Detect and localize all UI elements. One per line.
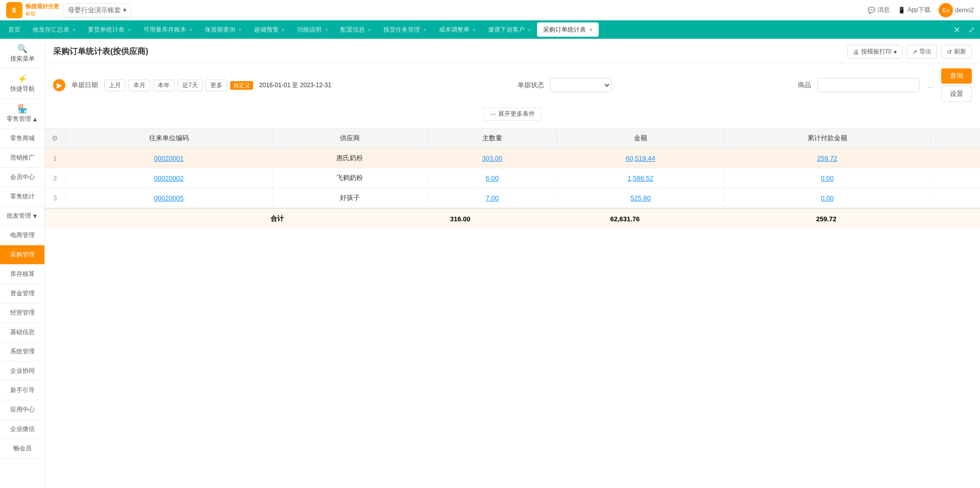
nav-tabs-controls: ✕ ⤢ xyxy=(950,24,978,36)
top-bar-left: 6 畅捷通好生意 标版 母婴行业演示账套 ▾ xyxy=(6,2,131,18)
tab-配置信息[interactable]: 配置信息 × xyxy=(334,22,377,37)
row-paid[interactable]: 0.00 xyxy=(724,168,931,188)
row-paid[interactable]: 259.72 xyxy=(724,148,931,168)
date-more-btn[interactable]: 更多 xyxy=(206,80,227,91)
close-icon[interactable]: × xyxy=(325,27,328,33)
tab-可用量库存账本[interactable]: 可用量库存账本 × xyxy=(137,22,199,37)
workspace-selector[interactable]: 母婴行业演示账套 ▾ xyxy=(63,3,131,17)
settings-button[interactable]: 设置 xyxy=(941,86,972,102)
close-icon[interactable]: × xyxy=(528,27,531,33)
row-paid[interactable]: 0.00 xyxy=(724,188,931,208)
row-amount[interactable]: 525.80 xyxy=(557,188,724,208)
tab-邀请下游客户[interactable]: 邀请下游客户 × xyxy=(482,22,537,37)
close-icon[interactable]: × xyxy=(72,27,76,33)
row-code[interactable]: 00020005 xyxy=(65,188,273,208)
filter-expand-row: ⋯ 展开更多条件 xyxy=(53,105,972,123)
col-amount: 金额 xyxy=(557,129,724,148)
close-icon[interactable]: × xyxy=(589,27,592,33)
close-icon[interactable]: × xyxy=(189,27,192,33)
date-7days-btn[interactable]: 近7天 xyxy=(178,80,203,91)
sidebar-item-ecommerce[interactable]: 电商管理 xyxy=(0,226,44,245)
refresh-button[interactable]: ↺ 刷新 xyxy=(941,45,972,59)
sidebar-item-wholesale[interactable]: 批发管理 ▼ xyxy=(0,207,44,226)
row-extra xyxy=(931,188,981,208)
row-code[interactable]: 00020002 xyxy=(65,168,273,188)
close-icon[interactable]: × xyxy=(128,27,131,33)
main-layout: 🔍 搜索菜单 ⚡ 快捷导航 🏪 零售管理 ▲ 零售商城 营销推广 会员中心 零售… xyxy=(0,39,980,488)
table-row: 1 00020001 惠氏奶粉 303.00 60,519.44 259.72 xyxy=(45,148,980,168)
sidebar-item-retail-mgmt[interactable]: 🏪 零售管理 ▲ xyxy=(0,99,44,129)
user-area[interactable]: Ea demo2 xyxy=(939,3,974,17)
row-amount[interactable]: 1,586.52 xyxy=(557,168,724,188)
maximize-tab-button[interactable]: ⤢ xyxy=(965,24,978,36)
row-qty[interactable]: 6.00 xyxy=(427,168,557,188)
expand-more-button[interactable]: ⋯ 展开更多条件 xyxy=(483,107,542,121)
logo-area: 6 畅捷通好生意 标版 xyxy=(6,2,59,18)
tab-功能说明[interactable]: 功能说明 × xyxy=(291,22,334,37)
tab-要货单统计表[interactable]: 要货单统计表 × xyxy=(82,22,137,37)
sidebar-item-retail-store[interactable]: 零售商城 xyxy=(0,129,44,148)
sidebar: 🔍 搜索菜单 ⚡ 快捷导航 🏪 零售管理 ▲ 零售商城 营销推广 会员中心 零售… xyxy=(0,39,45,488)
tab-home[interactable]: 首页 xyxy=(2,22,27,37)
close-tab-button[interactable]: ✕ xyxy=(950,24,963,36)
tab-超储预警[interactable]: 超储预警 × xyxy=(248,22,291,37)
export-button[interactable]: ↗ 导出 xyxy=(906,45,937,59)
date-last-month-btn[interactable]: 上月 xyxy=(104,80,126,91)
more-filter-icon[interactable]: ... xyxy=(925,82,935,89)
custom-date-badge: 自定义 xyxy=(230,81,253,90)
message-action[interactable]: 💬 消息 xyxy=(868,6,890,14)
avatar: Ea xyxy=(939,3,953,17)
table-area: ⚙ 往来单位编码 供应商 主数量 金额 累计付款金额 1 00020001 xyxy=(45,129,980,228)
sidebar-item-enterprise-collab[interactable]: 企业协同 xyxy=(0,362,44,381)
status-select[interactable] xyxy=(550,78,611,92)
logo-text: 畅捷通好生意 标版 xyxy=(26,3,59,17)
footer-empty3 xyxy=(936,209,980,228)
tab-保质期查询[interactable]: 保质期查询 × xyxy=(199,22,248,37)
footer-qty: 316.00 xyxy=(387,209,533,228)
sidebar-item-operations[interactable]: 经营管理 xyxy=(0,303,44,323)
table-row: 2 00020002 飞鹤奶粉 6.00 1,586.52 0.00 xyxy=(45,168,980,188)
date-this-year-btn[interactable]: 本年 xyxy=(153,80,175,91)
row-index: 1 xyxy=(45,148,65,168)
date-this-month-btn[interactable]: 本月 xyxy=(129,80,150,91)
close-icon[interactable]: × xyxy=(368,27,371,33)
sidebar-item-membership[interactable]: 会员中心 xyxy=(0,168,44,187)
sidebar-item-member[interactable]: 畅会员 xyxy=(0,439,44,458)
template-print-button[interactable]: 🖨 按模板打印 ▾ xyxy=(847,45,902,59)
row-amount[interactable]: 60,519.44 xyxy=(557,148,724,168)
close-icon[interactable]: × xyxy=(238,27,241,33)
tab-收发存汇总表[interactable]: 收发存汇总表 × xyxy=(27,22,82,37)
sidebar-item-inventory[interactable]: 库存核算 xyxy=(0,265,44,284)
close-icon[interactable]: × xyxy=(423,27,426,33)
sidebar-item-search[interactable]: 🔍 搜索菜单 xyxy=(0,39,44,69)
sidebar-item-basic-info[interactable]: 基础信息 xyxy=(0,323,44,342)
row-code[interactable]: 00020001 xyxy=(65,148,273,168)
sidebar-item-new-guide[interactable]: 新手引导 xyxy=(0,381,44,400)
row-qty[interactable]: 7.00 xyxy=(427,188,557,208)
table-row: 3 00020005 好孩子 7.00 525.80 0.00 xyxy=(45,188,980,208)
sidebar-item-wechat[interactable]: 企业微信 xyxy=(0,420,44,439)
close-icon[interactable]: × xyxy=(282,27,285,33)
tab-采购订单统计表[interactable]: 采购订单统计表 × xyxy=(537,22,598,37)
close-icon[interactable]: × xyxy=(473,27,476,33)
app-download-action[interactable]: 📱 App下载 xyxy=(898,6,930,14)
filter-toggle-button[interactable]: ▶ xyxy=(53,79,65,91)
column-settings-icon[interactable]: ⚙ xyxy=(52,134,58,142)
table-footer: 合计 316.00 62,631.76 259.72 xyxy=(45,209,980,228)
sidebar-item-quicknav[interactable]: ⚡ 快捷导航 xyxy=(0,69,44,99)
sidebar-item-purchase[interactable]: 采购管理 xyxy=(0,245,44,265)
sidebar-item-marketing[interactable]: 营销推广 xyxy=(0,148,44,168)
tab-成本调整单[interactable]: 成本调整单 × xyxy=(433,22,482,37)
query-button[interactable]: 查询 xyxy=(941,68,972,84)
page-title: 采购订单统计表(按供应商) xyxy=(53,46,149,57)
sidebar-item-system[interactable]: 系统管理 xyxy=(0,342,44,362)
tab-拣货任务管理[interactable]: 拣货任务管理 × xyxy=(377,22,432,37)
filter-area: ▶ 单据日期 上月 本月 本年 近7天 更多 自定义 2016-01-01 至 … xyxy=(45,63,980,129)
sidebar-item-app-center[interactable]: 应用中心 xyxy=(0,400,44,420)
goods-input[interactable] xyxy=(817,78,919,92)
sidebar-item-retail-stats[interactable]: 零售统计 xyxy=(0,187,44,207)
row-qty[interactable]: 303.00 xyxy=(427,148,557,168)
col-paid: 累计付款金额 xyxy=(724,129,931,148)
sidebar-item-finance[interactable]: 资金管理 xyxy=(0,284,44,303)
col-extra xyxy=(931,129,981,148)
